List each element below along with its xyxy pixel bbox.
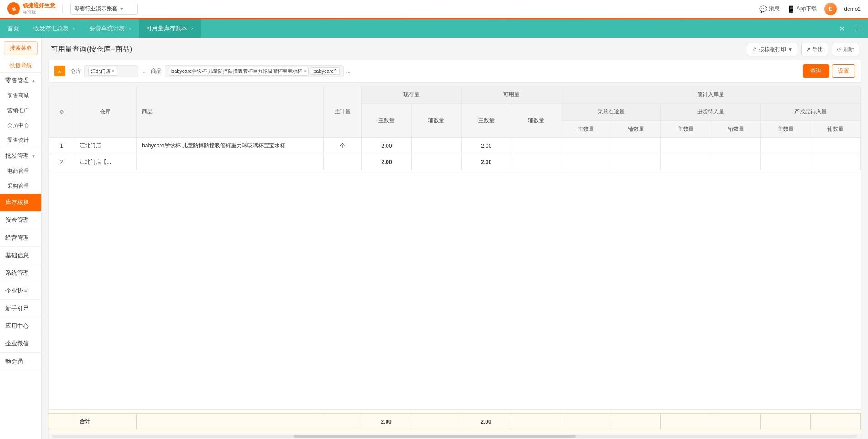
sidebar-group-retail: 零售管理 ▲ 零售商城 营销推广 会员中心 零售统计 <box>0 73 41 148</box>
search-menu-btn[interactable]: 搜索菜单 <box>4 41 38 55</box>
tab-close-all-btn[interactable]: ✕ <box>835 22 848 35</box>
sidebar-item-vip[interactable]: 畅会员 <box>0 353 41 370</box>
row-1-warehouse: 江北门店 <box>74 138 137 154</box>
row-1-incoming-main <box>661 138 711 154</box>
th-purchase-in-transit: 采购在途量 <box>561 104 661 121</box>
sidebar-item-ecom[interactable]: 电商管理 <box>0 164 41 179</box>
sidebar-item-newbie[interactable]: 新手引导 <box>0 300 41 317</box>
th-incoming-main-qty: 主数量 <box>661 121 711 138</box>
sidebar-group-wholesale-header[interactable]: 批发管理 ▼ <box>0 148 41 164</box>
tab-close-order-stats[interactable]: × <box>128 26 131 31</box>
row-1-available-main: 2.00 <box>461 138 511 154</box>
tab-close-available-stock[interactable]: × <box>191 26 193 31</box>
user-name: demo2 <box>844 6 861 12</box>
sidebar-item-purchase[interactable]: 采购管理 <box>0 179 41 194</box>
message-btn[interactable]: 💬 消息 <box>760 5 780 13</box>
gear-icon[interactable]: ⚙ <box>59 109 64 115</box>
quick-nav-btn[interactable]: 快捷导航 <box>0 59 41 73</box>
row-2-production-main <box>761 154 811 170</box>
th-incoming-pending: 进货待入量 <box>661 104 761 121</box>
th-current-aux-qty: 辅数量 <box>411 104 461 138</box>
export-icon: ↗ <box>806 47 811 53</box>
tab-close-receive-summary[interactable]: × <box>72 26 75 31</box>
sidebar-item-appcenter[interactable]: 应用中心 <box>0 317 41 335</box>
row-2-purchase-aux <box>611 154 661 170</box>
row-1-current-aux <box>411 138 461 154</box>
tab-receive-summary[interactable]: 收发存汇总表 × <box>26 19 82 38</box>
th-available-main-qty: 主数量 <box>461 104 511 138</box>
product-tag-1-close[interactable]: × <box>303 69 306 74</box>
row-2-current-aux <box>411 154 461 170</box>
sidebar-group-retail-header[interactable]: 零售管理 ▲ <box>0 73 41 88</box>
row-2-incoming-aux <box>711 154 760 170</box>
print-btn[interactable]: 🖨 按模板打印 ▼ <box>747 43 797 56</box>
sidebar-item-basics[interactable]: 基础信息 <box>0 247 41 264</box>
table-row: 2 江北门店【... 2.00 2.00 <box>49 154 861 170</box>
th-available-aux-qty: 辅数量 <box>511 104 561 138</box>
table-container: ⚙ 仓库 商品 主计量 现存量 可用量 预计入库量 主数量 辅数量 <box>49 86 861 439</box>
row-2-product <box>137 154 324 170</box>
row-1-no: 1 <box>49 138 74 154</box>
sidebar-group-wholesale-label: 批发管理 <box>5 152 29 160</box>
sidebar-item-retail-stats[interactable]: 零售统计 <box>0 133 41 148</box>
warehouse-tags-container[interactable]: 江北门店 × <box>84 65 138 77</box>
row-1-unit: 个 <box>324 138 362 154</box>
sidebar-search-area: 搜索菜单 <box>0 38 41 59</box>
summary-current-aux <box>411 414 461 430</box>
tenant-select[interactable]: 母婴行业演示账套 ▼ <box>70 3 138 15</box>
tab-available-stock[interactable]: 可用量库存账本 × <box>139 19 201 38</box>
page-actions: 🖨 按模板打印 ▼ ↗ 导出 ↺ 刷新 <box>747 43 859 56</box>
tab-home[interactable]: 首页 <box>0 19 26 38</box>
refresh-btn[interactable]: ↺ 刷新 <box>832 43 859 56</box>
data-table: ⚙ 仓库 商品 主计量 现存量 可用量 预计入库量 主数量 辅数量 <box>49 86 861 170</box>
query-btn[interactable]: 查询 <box>803 64 829 78</box>
warehouse-tag-close[interactable]: × <box>112 69 114 74</box>
horizontal-scrollbar[interactable] <box>49 434 861 439</box>
tab-maximize-btn[interactable]: ⛶ <box>852 22 864 35</box>
row-1-production-main <box>761 138 811 154</box>
warehouse-label: 仓库 <box>71 67 81 75</box>
th-production-pending: 产成品待入量 <box>761 104 861 121</box>
summary-current-main: 2.00 <box>361 414 411 430</box>
chevron-up-icon: ▲ <box>31 78 36 83</box>
top-bar-right: 💬 消息 📱 App下载 E demo2 <box>760 3 861 15</box>
chevron-down-icon: ▼ <box>788 47 793 52</box>
chevron-down-icon: ▼ <box>119 6 124 11</box>
warehouse-tag-jiangbei: 江北门店 × <box>88 67 117 76</box>
th-purchase-aux-qty: 辅数量 <box>611 121 661 138</box>
sidebar-item-inventory[interactable]: 库存核算 <box>0 194 41 212</box>
home-tab-label: 首页 <box>7 24 19 33</box>
settings-btn[interactable]: 设置 <box>832 64 855 78</box>
sidebar-item-wecom[interactable]: 企业微信 <box>0 335 41 353</box>
filter-bar-right: 查询 设置 <box>803 64 855 78</box>
th-planned-in: 预计入库量 <box>561 86 860 104</box>
export-btn[interactable]: ↗ 导出 <box>801 43 828 56</box>
row-2-warehouse: 江北门店【... <box>74 154 137 170</box>
row-1-current-main: 2.00 <box>362 138 411 154</box>
product-label: 商品 <box>151 67 162 75</box>
th-purchase-main-qty: 主数量 <box>561 121 611 138</box>
filter-toggle-btn[interactable]: » <box>54 66 65 76</box>
sidebar-item-member[interactable]: 会员中心 <box>0 118 41 133</box>
available-stock-tab-label: 可用量库存账本 <box>146 24 187 33</box>
logo-text: 畅捷通好生意 <box>23 2 55 9</box>
sidebar-item-system[interactable]: 系统管理 <box>0 264 41 282</box>
th-current-stock: 现存量 <box>362 86 462 104</box>
product-tags-container[interactable]: babycare学饮杯 儿童防摔防撞吸管杯重力球吸嘴杯宝宝水杯 × babyca… <box>165 65 344 77</box>
sidebar-item-enterprise[interactable]: 企业协同 <box>0 282 41 300</box>
sidebar-item-retail-shop[interactable]: 零售商城 <box>0 88 41 103</box>
product-tag-2: babycare? <box>311 67 339 75</box>
row-1-purchase-aux <box>611 138 661 154</box>
expand-icon: » <box>58 68 61 75</box>
table-scroll-wrap[interactable]: ⚙ 仓库 商品 主计量 现存量 可用量 预计入库量 主数量 辅数量 <box>49 86 861 409</box>
sidebar-item-marketing[interactable]: 营销推广 <box>0 103 41 118</box>
scrollbar-thumb[interactable] <box>294 435 576 438</box>
tab-nav-right: ✕ ⛶ <box>835 22 868 35</box>
tab-order-stats[interactable]: 要货单统计表 × <box>82 19 138 38</box>
sidebar-item-operations[interactable]: 经营管理 <box>0 229 41 247</box>
top-bar: 畅 畅捷通好生意 标准版 母婴行业演示账套 ▼ 💬 消息 📱 App下载 E d… <box>0 0 868 18</box>
app-download-btn[interactable]: 📱 App下载 <box>787 5 817 13</box>
product-tag-1: babycare学饮杯 儿童防摔防撞吸管杯重力球吸嘴杯宝宝水杯 × <box>169 67 309 76</box>
sidebar-item-finance[interactable]: 资金管理 <box>0 212 41 229</box>
row-2-unit <box>324 154 362 170</box>
